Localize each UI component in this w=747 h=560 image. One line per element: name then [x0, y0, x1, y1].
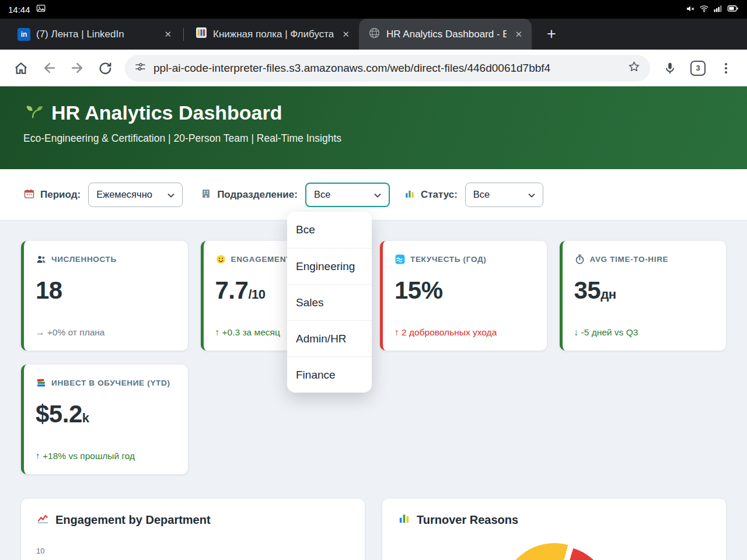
period-label: Период:	[40, 189, 81, 201]
webpage: HR Analytics Dashboard Eco-Engineering &…	[0, 86, 747, 560]
tune-icon[interactable]	[134, 61, 146, 75]
forward-button[interactable]	[64, 55, 90, 81]
url-text[interactable]: ppl-ai-code-interpreter-files.s3.amazona…	[153, 62, 620, 75]
reload-button[interactable]	[92, 55, 118, 81]
dashboard-content: ЧИСЛЕННОСТЬ 18 → +0% от плана ENGAGEMENT…	[0, 220, 747, 560]
tab-count: 3	[690, 61, 706, 76]
department-select[interactable]: Все	[305, 183, 390, 207]
calendar-icon	[23, 188, 35, 202]
y-axis-tick: 10	[36, 547, 350, 555]
chevron-down-icon	[167, 189, 174, 200]
kpi-title: ТЕКУЧЕСТЬ (ГОД)	[410, 254, 486, 265]
kpi-card-training-invest: ИНВЕСТ В ОБУЧЕНИЕ (YTD) $5.2k ↑ +18% vs …	[21, 365, 188, 474]
tab-title: HR Analytics Dashboard - Ec	[386, 29, 507, 40]
tab-strip: in (7) Лента | LinkedIn ✕ Книжная полка …	[0, 19, 747, 50]
kpi-suffix: /10	[248, 287, 265, 302]
tab-close-icon[interactable]: ✕	[512, 28, 525, 41]
flibusta-favicon	[196, 27, 207, 41]
tab-divider	[183, 28, 184, 41]
kpi-suffix: k	[82, 411, 89, 425]
page-subtitle: Eco-Engineering & Certification | 20-Per…	[23, 132, 724, 145]
back-button[interactable]	[36, 55, 62, 81]
dropdown-option-admin-hr[interactable]: Admin/HR	[287, 320, 372, 356]
kpi-value: 18	[36, 276, 62, 304]
linkedin-favicon: in	[18, 28, 30, 41]
dashboard-header: HR Analytics Dashboard Eco-Engineering &…	[0, 86, 747, 169]
mic-button[interactable]	[657, 55, 683, 81]
tab-close-icon[interactable]: ✕	[162, 28, 174, 41]
kpi-title: ИНВЕСТ В ОБУЧЕНИЕ (YTD)	[51, 377, 170, 389]
status-bar: 14:44	[0, 0, 747, 19]
period-filter: Период: Ежемесячно	[23, 183, 183, 207]
kpi-note: ↑ +18% vs прошлый год	[36, 451, 176, 461]
address-bar[interactable]: ppl-ai-code-interpreter-files.s3.amazona…	[125, 55, 650, 82]
department-select-value: Все	[314, 189, 330, 200]
new-tab-button[interactable]: +	[537, 19, 566, 50]
tab-flibusta[interactable]: Книжная полка | Флибуста ✕	[186, 19, 359, 50]
kpi-value: 15%	[395, 276, 443, 304]
wave-icon	[395, 254, 406, 268]
tab-switcher-button[interactable]: 3	[685, 55, 711, 81]
line-chart-icon	[36, 512, 50, 528]
kpi-value: 35	[574, 276, 601, 304]
people-icon	[36, 254, 47, 268]
status-select-value: Все	[473, 189, 490, 200]
bar-chart-icon	[397, 512, 411, 528]
period-select[interactable]: Ежемесячно	[88, 183, 183, 207]
tab-close-icon[interactable]: ✕	[340, 28, 352, 41]
signal-icon	[713, 4, 723, 15]
dropdown-option-all[interactable]: Все	[287, 212, 372, 248]
department-label: Подразделение:	[217, 189, 298, 201]
chart-engagement-by-department: Engagement by Department 10	[21, 499, 365, 560]
kpi-title: AVG TIME-TO-HIRE	[590, 254, 669, 265]
status-label: Статус:	[421, 189, 458, 201]
dropdown-option-engineering[interactable]: Engineering	[287, 248, 372, 284]
clock: 14:44	[8, 5, 30, 15]
battery-icon	[727, 4, 739, 15]
books-icon	[36, 377, 47, 392]
kpi-card-headcount: ЧИСЛЕННОСТЬ 18 → +0% от плана	[21, 241, 188, 351]
chart-title: Turnover Reasons	[417, 513, 518, 527]
kpi-card-turnover: ТЕКУЧЕСТЬ (ГОД) 15% ↑ 2 добровольных ухо…	[380, 241, 547, 351]
browser-toolbar: ppl-ai-code-interpreter-files.s3.amazona…	[0, 50, 747, 86]
dropdown-option-sales[interactable]: Sales	[287, 284, 372, 320]
tab-linkedin[interactable]: in (7) Лента | LinkedIn ✕	[8, 19, 181, 50]
filter-bar: Период: Ежемесячно Подразделение: Все Ст…	[0, 169, 747, 220]
chevron-down-icon	[374, 189, 381, 200]
page-title: HR Analytics Dashboard	[51, 102, 282, 124]
period-select-value: Ежемесячно	[96, 189, 152, 200]
kpi-grid: ЧИСЛЕННОСТЬ 18 → +0% от плана ENGAGEMENT…	[21, 241, 726, 474]
kpi-card-time-to-hire: AVG TIME-TO-HIRE 35дн ↓ -5 дней vs Q3	[560, 241, 727, 351]
status-select[interactable]: Все	[465, 183, 543, 207]
kpi-note: ↑ 2 добровольных ухода	[395, 327, 535, 338]
department-dropdown: Все Engineering Sales Admin/HR Finance	[287, 212, 372, 393]
chart-turnover-reasons: Turnover Reasons	[382, 499, 726, 560]
chart-title: Engagement by Department	[55, 513, 211, 527]
menu-button[interactable]	[713, 55, 739, 81]
dropdown-option-finance[interactable]: Finance	[287, 356, 372, 393]
smiley-icon	[215, 254, 226, 268]
kpi-value: 7.7	[215, 276, 249, 304]
stopwatch-icon	[574, 254, 585, 268]
tab-hr-dashboard-active[interactable]: HR Analytics Dashboard - Ec ✕	[359, 19, 532, 50]
photo-notification-icon	[36, 4, 46, 15]
kpi-note: → +0% от плана	[36, 327, 176, 338]
status-chart-icon	[404, 188, 416, 202]
department-filter: Подразделение: Все	[200, 183, 390, 207]
bookmark-star-icon[interactable]	[627, 60, 641, 76]
kpi-value: $5.2	[36, 400, 82, 428]
globe-favicon	[368, 27, 381, 42]
home-button[interactable]	[8, 55, 34, 81]
wifi-icon	[699, 4, 709, 15]
chevron-down-icon	[528, 189, 535, 200]
tab-title: Книжная полка | Флибуста	[213, 29, 334, 40]
building-icon	[200, 188, 212, 202]
charts-row: Engagement by Department 10 Turnover Rea…	[21, 499, 726, 560]
tab-title: (7) Лента | LinkedIn	[36, 29, 156, 40]
turnover-pie-chart	[502, 543, 607, 560]
volume-mute-icon	[686, 4, 695, 15]
kpi-title: ENGAGEMENT	[231, 254, 292, 265]
kpi-suffix: дн	[601, 287, 616, 302]
kpi-title: ЧИСЛЕННОСТЬ	[51, 254, 117, 265]
seedling-icon	[23, 101, 43, 124]
